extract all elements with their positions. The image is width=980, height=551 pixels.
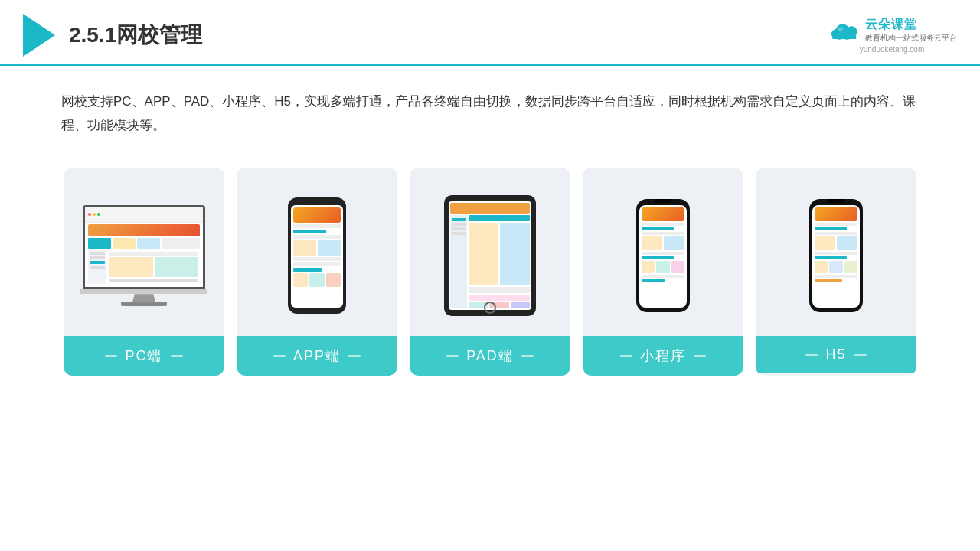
h5-block2 bbox=[837, 236, 858, 250]
h5-screen bbox=[812, 205, 860, 308]
pc-label-line-left bbox=[105, 355, 117, 357]
h5-label-line-left bbox=[805, 354, 818, 356]
miniprogram-card: 小程序 bbox=[583, 168, 743, 376]
header: 2.5.1网校管理 云朵课堂 教育机构一站式服务云平台 yunduoketang… bbox=[0, 0, 980, 66]
h5-phone-frame bbox=[809, 199, 863, 312]
header-left: 2.5.1网校管理 bbox=[23, 14, 202, 57]
miniprogram-notch bbox=[655, 199, 671, 203]
miniprogram-phone-mockup bbox=[636, 199, 690, 312]
h5-top bbox=[815, 207, 858, 221]
brand-logo: 云朵课堂 教育机构一站式服务云平台 bbox=[827, 17, 957, 44]
h5-card-label: H5 bbox=[756, 336, 916, 373]
mini-bar3 bbox=[642, 252, 684, 255]
app-phone-frame bbox=[288, 197, 346, 314]
pad-label-inner: PAD端 bbox=[410, 347, 570, 365]
h5-bar3 bbox=[815, 252, 858, 255]
brand-name: 云朵课堂 bbox=[865, 17, 917, 33]
app-preview bbox=[237, 168, 397, 336]
pad-content bbox=[469, 215, 530, 308]
mini-bar-accent1 bbox=[642, 227, 674, 230]
miniprogram-phone-frame bbox=[636, 199, 690, 312]
mini-label-line-right bbox=[694, 355, 706, 357]
app-img-row2 bbox=[293, 273, 341, 287]
pc-preview bbox=[64, 168, 224, 336]
app-card-label: APP端 bbox=[237, 336, 397, 376]
app-label-line-right bbox=[348, 355, 361, 357]
h5-label-inner: H5 bbox=[756, 347, 916, 363]
app-bar4 bbox=[293, 262, 341, 266]
pc-card: PC端 bbox=[64, 168, 224, 376]
header-right: 云朵课堂 教育机构一站式服务云平台 yunduoketang.com bbox=[827, 17, 957, 54]
app-phone-screen bbox=[291, 205, 343, 308]
mini-bar-accent2 bbox=[642, 256, 674, 259]
miniprogram-label-text: 小程序 bbox=[640, 347, 686, 365]
pad-sidebar bbox=[450, 215, 467, 308]
h5-label-text: H5 bbox=[825, 347, 846, 363]
mini-block2 bbox=[664, 236, 684, 250]
h5-bar-accent2 bbox=[815, 256, 847, 259]
pc-screen-header bbox=[85, 207, 203, 221]
app-bar-accent bbox=[293, 230, 326, 233]
h5-bar1 bbox=[815, 223, 858, 226]
pad-preview bbox=[410, 168, 570, 336]
miniprogram-top bbox=[642, 207, 684, 221]
pc-screen bbox=[83, 205, 205, 289]
app-img-block2 bbox=[318, 240, 341, 256]
app-img-row bbox=[293, 240, 341, 256]
pad-label-line-left bbox=[446, 355, 459, 357]
h5-bar4 bbox=[815, 275, 858, 278]
pc-base bbox=[121, 302, 167, 306]
pad-tablet-screen bbox=[449, 201, 531, 310]
description-text: 网校支持PC、APP、PAD、小程序、H5，实现多端打通，产品各终端自由切换，数… bbox=[61, 90, 919, 137]
pad-tablet-frame bbox=[444, 195, 536, 316]
pc-label-text: PC端 bbox=[125, 347, 162, 365]
pad-home-button bbox=[484, 302, 496, 314]
description: 网校支持PC、APP、PAD、小程序、H5，实现多端打通，产品各终端自由切换，数… bbox=[0, 66, 980, 145]
logo-triangle-icon bbox=[23, 14, 55, 57]
pad-label-line-right bbox=[521, 355, 534, 357]
pc-card-label: PC端 bbox=[64, 336, 224, 376]
cloud-icon bbox=[827, 19, 861, 42]
h5-card: H5 bbox=[756, 168, 916, 376]
h5-phone-mockup bbox=[809, 199, 863, 312]
pad-card: PAD端 bbox=[410, 168, 570, 376]
h5-bar2 bbox=[815, 232, 858, 235]
miniprogram-preview bbox=[583, 168, 743, 336]
pc-label-line-right bbox=[171, 355, 183, 357]
app-screen-top bbox=[293, 207, 341, 223]
app-bar3 bbox=[293, 257, 341, 261]
app-label-line-left bbox=[273, 355, 286, 357]
mini-block-row2 bbox=[642, 261, 684, 273]
h5-bar-accent1 bbox=[815, 227, 847, 230]
brand-url: yunduoketang.com bbox=[860, 45, 925, 54]
pad-label-text: PAD端 bbox=[466, 347, 514, 365]
pad-screen-header bbox=[450, 203, 530, 214]
mini-bar1 bbox=[642, 223, 684, 226]
app-label-text: APP端 bbox=[293, 347, 341, 365]
pc-mockup bbox=[80, 205, 207, 306]
miniprogram-card-label: 小程序 bbox=[583, 336, 743, 376]
miniprogram-screen bbox=[639, 205, 687, 308]
app-bar1 bbox=[293, 224, 341, 228]
page-title: 2.5.1网校管理 bbox=[69, 21, 202, 50]
mini-block-row1 bbox=[642, 236, 684, 250]
pc-screen-notch bbox=[80, 289, 207, 294]
pc-stand bbox=[132, 294, 155, 302]
pad-content-bar3 bbox=[469, 295, 530, 301]
h5-block1 bbox=[815, 236, 835, 250]
cards-section: PC端 bbox=[0, 145, 980, 391]
h5-preview bbox=[756, 168, 916, 336]
app-card: APP端 bbox=[237, 168, 397, 376]
h5-notch bbox=[828, 199, 844, 203]
h5-label-line-right bbox=[854, 354, 867, 356]
app-label-inner: APP端 bbox=[237, 347, 397, 365]
h5-block-row2 bbox=[815, 261, 858, 273]
svg-rect-4 bbox=[832, 33, 856, 38]
pad-tablet-mockup bbox=[444, 195, 536, 316]
mini-bar2 bbox=[642, 232, 684, 235]
miniprogram-label-inner: 小程序 bbox=[583, 347, 743, 365]
svg-point-5 bbox=[838, 27, 843, 30]
pc-label-inner: PC端 bbox=[64, 347, 224, 365]
app-phone-mockup bbox=[288, 197, 346, 314]
pad-content-bar1 bbox=[469, 215, 530, 221]
